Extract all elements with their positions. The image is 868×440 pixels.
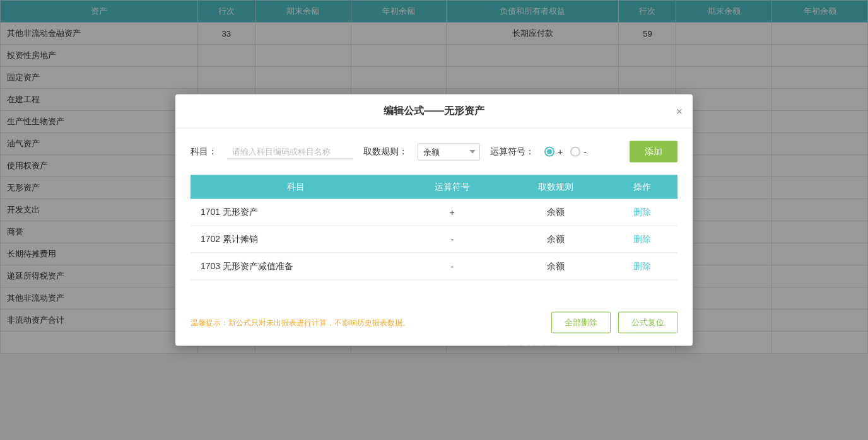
formula-subject-2: 1703 无形资产减值准备 (191, 253, 401, 280)
add-button[interactable]: 添加 (630, 141, 677, 163)
formula-operator-2: - (401, 253, 504, 280)
operator-minus-radio[interactable]: - (570, 147, 587, 157)
formula-action-1: 删除 (607, 226, 677, 253)
operator-plus-label: + (558, 147, 563, 157)
table-header-row: 科目 运算符号 取数规则 操作 (191, 175, 677, 199)
radio-minus-circle (570, 147, 580, 157)
modal-close-button[interactable]: × (676, 105, 683, 117)
formula-table: 科目 运算符号 取数规则 操作 1701 无形资产+余额删除1702 累计摊销-… (191, 175, 677, 281)
rule-select[interactable]: 余额 借方 贷方 借方发生额 贷方发生额 (418, 143, 480, 160)
delete-all-button[interactable]: 全部删除 (551, 312, 611, 333)
modal-footer: 温馨提示：新公式只对未出报表进行计算，不影响历史报表数据。 全部删除 公式复位 (175, 306, 693, 346)
formula-table-row: 1701 无形资产+余额删除 (191, 199, 677, 226)
formula-table-row: 1702 累计摊销-余额删除 (191, 226, 677, 253)
formula-operator-0: + (401, 199, 504, 226)
radio-plus-circle (544, 147, 554, 157)
formula-action-0: 删除 (607, 199, 677, 226)
reset-formula-button[interactable]: 公式复位 (618, 312, 677, 333)
formula-subject-0: 1701 无形资产 (191, 199, 401, 226)
formula-subject-1: 1702 累计摊销 (191, 226, 401, 253)
delete-row-0-button[interactable]: 删除 (633, 207, 651, 217)
th-action: 操作 (607, 175, 677, 199)
modal-header: 编辑公式——无形资产 × (175, 95, 693, 129)
rule-label: 取数规则： (363, 146, 408, 158)
th-subject: 科目 (191, 175, 401, 199)
subject-input[interactable] (227, 144, 353, 159)
delete-row-1-button[interactable]: 删除 (633, 234, 651, 244)
operator-plus-radio[interactable]: + (544, 147, 563, 157)
modal-body: 科目： 取数规则： 余额 借方 贷方 借方发生额 贷方发生额 运算符号： + (175, 129, 693, 306)
th-operator: 运算符号 (401, 175, 504, 199)
footer-tip: 温馨提示：新公式只对未出报表进行计算，不影响历史报表数据。 (191, 317, 410, 328)
edit-formula-modal: 编辑公式——无形资产 × 科目： 取数规则： 余额 借方 贷方 借方发生额 贷方… (175, 95, 693, 346)
formula-operator-1: - (401, 226, 504, 253)
subject-label: 科目： (191, 146, 217, 158)
th-rule: 取数规则 (504, 175, 607, 199)
operator-minus-label: - (584, 147, 587, 157)
operator-radio-group: + - (544, 147, 587, 157)
formula-rule-1: 余额 (504, 226, 607, 253)
modal-title: 编辑公式——无形资产 (384, 105, 484, 116)
delete-row-2-button[interactable]: 删除 (633, 261, 651, 271)
formula-form-row: 科目： 取数规则： 余额 借方 贷方 借方发生额 贷方发生额 运算符号： + (191, 141, 677, 163)
formula-rule-0: 余额 (504, 199, 607, 226)
formula-rule-2: 余额 (504, 253, 607, 280)
formula-action-2: 删除 (607, 253, 677, 280)
footer-buttons: 全部删除 公式复位 (551, 312, 677, 333)
rule-select-wrapper: 余额 借方 贷方 借方发生额 贷方发生额 (418, 143, 480, 160)
formula-table-row: 1703 无形资产减值准备-余额删除 (191, 253, 677, 280)
operator-label: 运算符号： (490, 146, 534, 158)
